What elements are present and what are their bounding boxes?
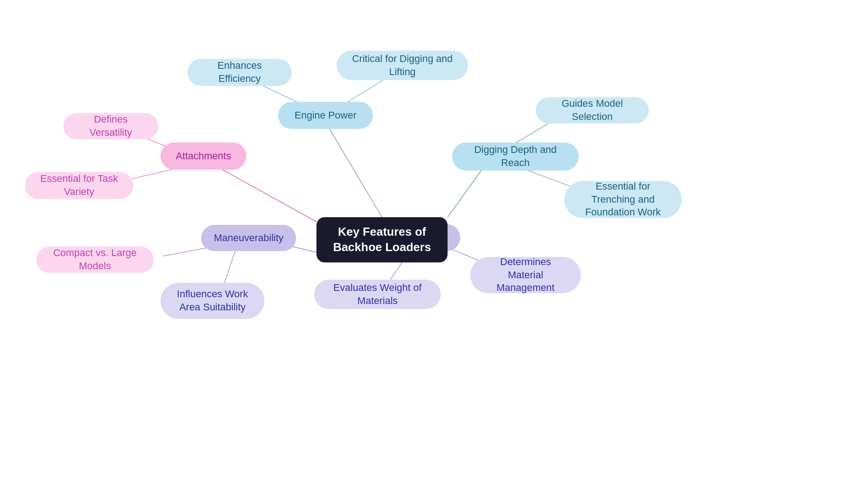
svg-line-0 (326, 122, 382, 217)
engine-power-node: Engine Power (278, 102, 373, 129)
defines-versatility-node: Defines Versatility (63, 113, 158, 139)
guides-model-node: Guides Model Selection (536, 97, 649, 124)
critical-digging-node: Critical for Digging and Lifting (337, 51, 468, 80)
essential-task-variety-node: Essential for Task Variety (25, 172, 133, 199)
enhances-efficiency-node: Enhances Efficiency (188, 59, 292, 86)
mind-map-canvas: Key Features of Backhoe Loaders Engine P… (0, 0, 868, 490)
compact-large-node: Compact vs. Large Models (36, 247, 154, 273)
digging-depth-node: Digging Depth and Reach (452, 143, 579, 171)
center-node: Key Features of Backhoe Loaders (316, 217, 448, 262)
attachments-node: Attachments (160, 143, 246, 170)
determines-material-node: Determines Material Management (470, 257, 581, 293)
svg-line-6 (448, 164, 486, 217)
evaluates-weight-node: Evaluates Weight of Materials (314, 280, 441, 309)
influences-work-node: Influences Work Area Suitability (160, 283, 264, 319)
maneuverability-node: Maneuverability (201, 225, 296, 251)
svg-line-3 (210, 163, 316, 222)
essential-trenching-node: Essential for Trenching and Foundation W… (564, 181, 682, 218)
